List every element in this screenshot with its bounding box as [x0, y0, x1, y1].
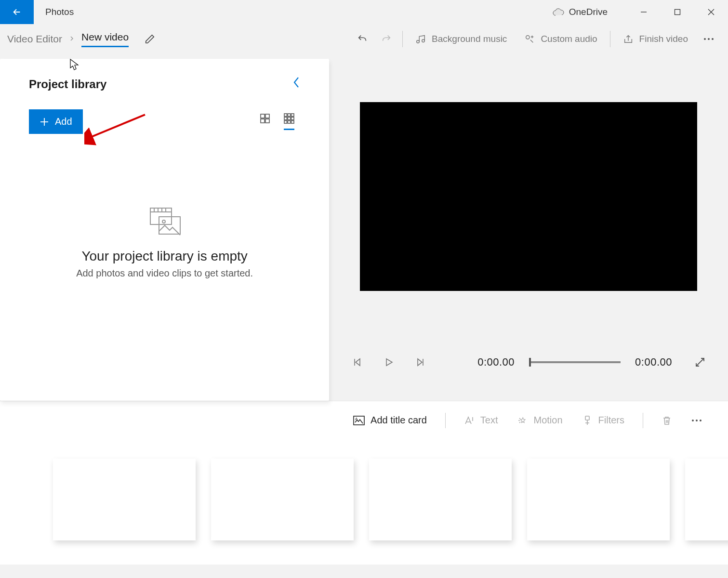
svg-point-39 — [696, 420, 698, 421]
divider — [643, 413, 643, 428]
trash-icon — [662, 415, 672, 426]
undo-button[interactable] — [350, 34, 374, 44]
view-large-button[interactable] — [260, 113, 270, 130]
svg-rect-14 — [261, 119, 265, 123]
onedrive-label: OneDrive — [569, 7, 608, 17]
close-button[interactable] — [694, 0, 728, 24]
fullscreen-button[interactable] — [691, 354, 709, 371]
svg-rect-13 — [265, 114, 269, 118]
title-card-icon: A — [353, 416, 365, 425]
svg-point-8 — [708, 38, 710, 40]
delete-button[interactable] — [655, 415, 679, 426]
motion-button[interactable]: Motion — [511, 415, 569, 426]
pencil-icon — [145, 34, 155, 44]
breadcrumb-video-editor[interactable]: Video Editor — [7, 33, 62, 45]
svg-rect-18 — [291, 114, 294, 117]
redo-button[interactable] — [374, 34, 398, 44]
svg-rect-1 — [675, 10, 680, 15]
motion-label: Motion — [534, 415, 563, 426]
svg-rect-19 — [284, 117, 287, 120]
redo-icon — [381, 34, 392, 44]
storyboard-slot[interactable] — [53, 459, 196, 540]
cloud-icon — [553, 8, 564, 16]
storyboard[interactable] — [0, 439, 728, 565]
view-small-button[interactable] — [284, 113, 294, 130]
title-card-label: Add title card — [371, 415, 427, 426]
svg-point-38 — [692, 420, 694, 421]
undo-icon — [357, 34, 368, 44]
svg-point-4 — [417, 40, 420, 43]
library-title: Project library — [29, 78, 106, 91]
svg-text:A: A — [355, 417, 358, 421]
custom-audio-label: Custom audio — [541, 34, 597, 44]
plus-icon — [40, 117, 49, 127]
project-title[interactable]: New video — [81, 31, 129, 47]
svg-rect-20 — [288, 117, 291, 120]
export-icon — [623, 34, 634, 44]
svg-rect-12 — [261, 114, 265, 118]
finish-video-label: Finish video — [639, 34, 688, 44]
svg-rect-15 — [265, 119, 269, 123]
text-button[interactable]: Text — [457, 415, 505, 426]
app-title: Photos — [45, 7, 74, 17]
expand-icon — [695, 357, 705, 368]
svg-point-9 — [712, 38, 714, 40]
svg-point-6 — [526, 36, 529, 39]
time-current: 0:00.00 — [477, 356, 515, 368]
filters-button[interactable]: Filters — [575, 415, 631, 426]
divider — [402, 31, 403, 47]
rename-button[interactable] — [140, 29, 159, 49]
svg-point-7 — [704, 38, 706, 40]
preview-panel: 0:00.00 0:00.00 — [329, 59, 728, 401]
divider — [610, 31, 610, 47]
storyboard-slot[interactable] — [369, 459, 512, 540]
motion-icon — [517, 415, 528, 426]
more-button[interactable] — [697, 38, 721, 40]
minimize-button[interactable] — [627, 0, 661, 24]
storyboard-slot[interactable] — [527, 459, 670, 540]
svg-rect-17 — [288, 114, 291, 117]
bg-music-button[interactable]: Background music — [407, 34, 516, 44]
svg-rect-37 — [585, 416, 589, 420]
custom-audio-button[interactable]: Custom audio — [516, 34, 606, 44]
svg-point-32 — [162, 220, 165, 223]
next-frame-icon — [416, 357, 425, 367]
onedrive-button[interactable]: OneDrive — [553, 7, 608, 17]
back-button[interactable] — [0, 0, 34, 24]
chevron-right-icon — [69, 35, 75, 43]
maximize-icon — [674, 9, 681, 15]
chevron-left-icon — [292, 76, 300, 89]
add-button[interactable]: Add — [29, 109, 83, 134]
storyboard-more-button[interactable] — [685, 419, 709, 422]
scrubber[interactable] — [529, 361, 621, 363]
ellipsis-icon — [691, 419, 702, 422]
bg-music-label: Background music — [432, 34, 507, 44]
collapse-library-button[interactable] — [292, 76, 300, 92]
svg-rect-23 — [288, 121, 291, 124]
maximize-button[interactable] — [661, 0, 694, 24]
svg-rect-24 — [291, 121, 294, 124]
divider — [445, 413, 446, 428]
next-frame-button[interactable] — [412, 354, 429, 371]
svg-rect-21 — [291, 117, 294, 120]
play-button[interactable] — [380, 354, 397, 371]
project-library-panel: Project library Add — [0, 59, 329, 401]
grid-large-icon — [260, 113, 270, 124]
filters-icon — [582, 415, 593, 426]
play-icon — [384, 357, 394, 367]
storyboard-slot[interactable] — [211, 459, 354, 540]
back-arrow-icon — [12, 7, 22, 17]
svg-rect-22 — [284, 121, 287, 124]
video-preview[interactable] — [360, 102, 697, 291]
prev-frame-button[interactable] — [348, 354, 366, 371]
storyboard-slot[interactable] — [685, 459, 728, 540]
empty-library-icon — [29, 206, 300, 239]
finish-video-button[interactable]: Finish video — [614, 34, 697, 44]
minimize-icon — [640, 9, 647, 15]
text-label: Text — [480, 415, 498, 426]
add-label: Add — [55, 116, 72, 127]
add-title-card-button[interactable]: A Add title card — [346, 415, 434, 426]
svg-point-5 — [422, 39, 425, 42]
empty-title: Your project library is empty — [29, 249, 300, 264]
close-icon — [708, 9, 715, 15]
